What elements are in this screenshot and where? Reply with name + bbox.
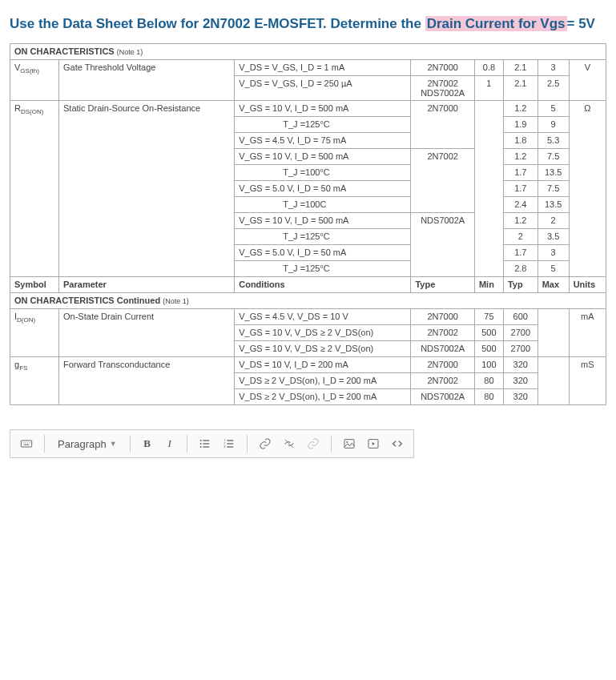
cell-type: 2N7002 (411, 325, 474, 341)
cell-typ: 1.7 (503, 245, 537, 261)
section-note: (Note 1) (163, 297, 189, 305)
svg-rect-11 (203, 447, 209, 448)
cell-cond: V_DS ≥ 2 V_DS(on), I_D = 200 mA (235, 389, 411, 405)
datasheet-table: ON CHARACTERISTICS (Note 1) VGS(th) Gate… (10, 43, 606, 405)
cell-type: NDS7002A (411, 389, 474, 405)
cell-min: 500 (474, 341, 503, 357)
cell-symbol: gFS (10, 357, 59, 405)
cell-param: On-State Drain Current (59, 309, 235, 357)
cell-cond: V_GS = 5.0 V, I_D = 50 mA (235, 181, 411, 197)
cell-type: 2N7002 (411, 373, 474, 389)
cell-typ: 1.7 (503, 165, 537, 181)
svg-marker-22 (372, 442, 374, 445)
cell-max: 2.5 (537, 76, 569, 101)
paragraph-dropdown[interactable]: Paragraph ▼ (51, 433, 123, 454)
cell-max: 13.5 (537, 165, 569, 181)
cell-typ: 1.7 (503, 181, 537, 197)
link-button[interactable] (254, 433, 276, 454)
cell-type: 2N7002 (411, 149, 474, 213)
cell-typ: 1.9 (503, 117, 537, 133)
cell-typ: 600 (503, 309, 537, 325)
cell-cond: T_J =100°C (235, 165, 411, 181)
cell-cond: V_GS = 4.5 V, I_D = 75 mA (235, 133, 411, 149)
italic-button[interactable]: I (159, 433, 180, 454)
cell-max: 5 (537, 261, 569, 277)
svg-rect-7 (203, 441, 209, 441)
cell-type: 2N7000 (411, 101, 474, 149)
svg-point-6 (199, 440, 201, 441)
cell-unit: Ω (569, 101, 606, 277)
cell-unit: V (569, 60, 606, 101)
cell-min: 500 (474, 325, 503, 341)
cell-max: 9 (537, 117, 569, 133)
header-max: Max (537, 277, 569, 293)
svg-rect-0 (21, 441, 31, 447)
section-on-characteristics-cont: ON CHARACTERISTICS Continued (Note 1) (10, 293, 606, 309)
cell-typ: 1.2 (503, 101, 537, 117)
cell-typ: 1.2 (503, 149, 537, 165)
svg-point-4 (29, 442, 30, 443)
question-highlight: Drain Current for Vgs (425, 16, 567, 31)
cell-cond: V_GS = 10 V, I_D = 500 mA (235, 101, 411, 117)
link-disabled-button[interactable] (302, 433, 324, 454)
cell-max (537, 309, 569, 357)
bullet-list-button[interactable] (194, 433, 216, 454)
svg-point-8 (199, 443, 201, 445)
unlink-button[interactable] (278, 433, 300, 454)
cell-typ: 1.8 (503, 133, 537, 149)
header-units: Units (569, 277, 606, 293)
cell-cond: V_GS = 10 V, V_DS ≥ 2 V_DS(on) (235, 325, 411, 341)
header-parameter: Parameter (59, 277, 235, 293)
cell-type: 2N7000 (411, 309, 474, 325)
cell-typ: 2.1 (503, 76, 537, 101)
cell-cond: V_GS = 10 V, V_DS ≥ 2 V_DS(on) (235, 341, 411, 357)
cell-unit: mA (569, 309, 606, 357)
cell-type: NDS7002A (411, 213, 474, 277)
cell-typ: 2.4 (503, 197, 537, 213)
cell-unit: mS (569, 357, 606, 405)
svg-line-18 (284, 440, 293, 449)
cell-cond: T_J =125°C (235, 117, 411, 133)
keyboard-icon-button[interactable] (15, 433, 38, 454)
cell-typ: 320 (503, 389, 537, 405)
row-idon-1: ID(ON) On-State Drain Current V_GS = 4.5… (10, 309, 606, 325)
paragraph-label: Paragraph (58, 438, 107, 450)
question-text: Use the Data Sheet Below for 2N7002 E-MO… (10, 16, 606, 32)
cell-param: Gate Threshold Voltage (59, 60, 235, 101)
media-button[interactable] (362, 433, 384, 454)
cell-type: 2N7000 (411, 357, 474, 373)
link-faded-icon (307, 437, 320, 450)
cell-typ: 320 (503, 373, 537, 389)
image-button[interactable] (338, 433, 360, 454)
cell-min: 80 (474, 389, 503, 405)
code-button[interactable] (386, 433, 409, 454)
cell-max (537, 357, 569, 405)
numbered-list-button[interactable]: 123 (218, 433, 240, 454)
cell-min (474, 101, 503, 277)
bold-button[interactable]: B (137, 433, 158, 454)
cell-symbol: VGS(th) (10, 60, 59, 101)
cell-max: 5.3 (537, 133, 569, 149)
svg-point-3 (27, 442, 28, 443)
cell-cond: V_DS = V_GS, I_D = 1 mA (235, 60, 411, 76)
cell-max: 2 (537, 213, 569, 229)
cell-symbol: RDS(ON) (10, 101, 59, 277)
header-typ: Typ (503, 277, 537, 293)
cell-min: 75 (474, 309, 503, 325)
section-label: ON CHARACTERISTICS (14, 46, 115, 56)
cell-min: 1 (474, 76, 503, 101)
cell-type: NDS7002A (411, 341, 474, 357)
cell-min: 100 (474, 357, 503, 373)
cell-max: 3.5 (537, 229, 569, 245)
cell-min: 0.8 (474, 60, 503, 76)
section-on-characteristics: ON CHARACTERISTICS (Note 1) (10, 44, 606, 60)
cell-typ: 2.1 (503, 60, 537, 76)
svg-rect-13 (227, 441, 233, 441)
media-icon (367, 437, 380, 450)
cell-cond: T_J =125°C (235, 261, 411, 277)
cell-cond: V_GS = 5.0 V, I_D = 50 mA (235, 245, 411, 261)
svg-point-2 (25, 442, 26, 443)
cell-type: 2N7002NDS7002A (411, 76, 474, 101)
cell-max: 3 (537, 245, 569, 261)
cell-max: 7.5 (537, 149, 569, 165)
